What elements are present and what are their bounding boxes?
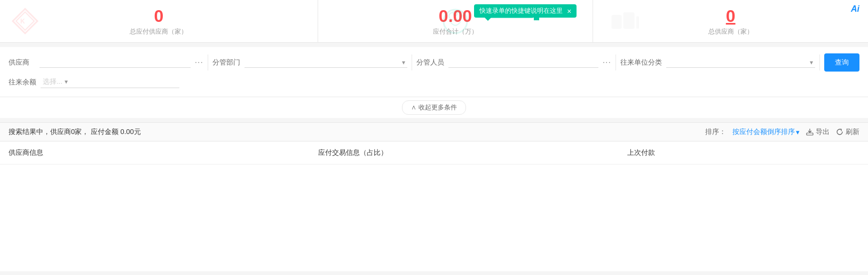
- svg-rect-8: [636, 16, 639, 28]
- top-stats-bar: K 0 总应付供应商（家） 快速录单的快捷键说明在这里 × 0.00 应付合计（…: [0, 0, 868, 43]
- filter-supplier: 供应商 ···: [9, 57, 203, 68]
- filter-area: 供应商 ··· 分管部门 ▾ 分管人员 ··· 往来单: [0, 47, 868, 97]
- col-supplier-header: 供应商信息: [9, 148, 318, 158]
- export-label: 导出: [816, 127, 830, 137]
- payable-suppliers-label: 总应付供应商（家）: [130, 27, 187, 36]
- refresh-label: 刷新: [846, 127, 859, 137]
- collapse-button[interactable]: ∧ 收起更多条件: [402, 100, 465, 115]
- filter-row-1: 供应商 ··· 分管部门 ▾ 分管人员 ··· 往来单: [9, 53, 859, 72]
- divider-3: [616, 54, 616, 70]
- ai-area: Ai: [851, 4, 859, 14]
- result-info: 搜索结果中，供应商0家， 应付金额 0.00元: [9, 127, 141, 137]
- export-icon: [806, 128, 814, 136]
- supplier-label: 供应商: [9, 58, 35, 67]
- balance-placeholder: 选择...: [43, 77, 62, 87]
- person-dots[interactable]: ···: [603, 58, 611, 67]
- unit-arrow: ▾: [810, 59, 813, 66]
- sort-arrow: ▾: [796, 128, 800, 136]
- sort-label: 排序：: [705, 127, 726, 137]
- col-last-payment-header: 上次付款: [627, 148, 859, 158]
- filter-unit: 往来单位分类 ▾: [620, 58, 815, 68]
- result-text: 搜索结果中，供应商0家: [9, 128, 82, 136]
- department-input-wrapper[interactable]: ▾: [244, 58, 407, 68]
- result-amount: 应付金额 0.00元: [91, 128, 141, 136]
- stat-payable-suppliers: K 0 总应付供应商（家）: [0, 0, 318, 42]
- total-suppliers-label: 总供应商（家）: [708, 27, 753, 36]
- sort-select[interactable]: 按应付会额倒序排序 ▾: [732, 127, 800, 137]
- filter-balance: 往来余额 选择... ▾: [9, 76, 179, 88]
- svg-rect-9: [807, 133, 813, 135]
- department-label: 分管部门: [212, 58, 240, 67]
- ai-label[interactable]: Ai: [851, 4, 859, 14]
- svg-rect-6: [612, 15, 621, 28]
- person-label: 分管人员: [416, 58, 444, 67]
- table-body: [0, 164, 868, 271]
- result-actions: 排序： 按应付会额倒序排序 ▾ 导出 刷新: [705, 127, 859, 137]
- supplier-input-wrapper: [40, 57, 191, 68]
- filter-person: 分管人员 ···: [416, 57, 611, 68]
- divider-4: [819, 54, 820, 70]
- refresh-icon: [836, 128, 843, 136]
- unit-input-wrapper[interactable]: ▾: [666, 58, 815, 68]
- svg-text:K: K: [20, 17, 25, 25]
- stat-total-suppliers: 0 总供应商（家） Ai: [593, 0, 868, 42]
- suppliers-icon: [609, 10, 641, 31]
- stat-payable-total: 快速录单的快捷键说明在这里 × 0.00 应付合计（万）: [318, 0, 594, 42]
- filter-department: 分管部门 ▾: [212, 58, 407, 68]
- balance-select-wrapper[interactable]: 选择... ▾: [41, 76, 179, 88]
- supplier-input[interactable]: [42, 58, 188, 66]
- payable-suppliers-number: 0: [154, 6, 163, 26]
- divider-1: [208, 54, 208, 70]
- unit-label: 往来单位分类: [620, 58, 662, 67]
- dot-indicator: [534, 15, 539, 20]
- money-jar-icon: [439, 5, 471, 37]
- collapse-bar: ∧ 收起更多条件: [0, 97, 868, 118]
- person-input[interactable]: [451, 58, 596, 66]
- tooltip-text: 快速录单的快捷键说明在这里: [479, 6, 563, 15]
- filter-row-2: 往来余额 选择... ▾: [9, 76, 859, 88]
- result-bar: 搜索结果中，供应商0家， 应付金额 0.00元 排序： 按应付会额倒序排序 ▾ …: [0, 122, 868, 142]
- export-button[interactable]: 导出: [806, 127, 830, 137]
- person-input-wrapper: [448, 57, 598, 68]
- table-header: 供应商信息 应付交易信息（占比） 上次付款: [0, 142, 868, 164]
- diamond-icon: K: [11, 6, 40, 36]
- query-button[interactable]: 查询: [824, 53, 859, 72]
- sort-value: 按应付会额倒序排序: [732, 127, 795, 137]
- refresh-button[interactable]: 刷新: [836, 127, 859, 137]
- divider-2: [412, 54, 412, 70]
- svg-rect-7: [624, 12, 634, 28]
- supplier-dots[interactable]: ···: [195, 58, 203, 67]
- svg-point-3: [444, 10, 467, 33]
- total-suppliers-number: 0: [726, 6, 736, 26]
- balance-arrow: ▾: [65, 78, 68, 85]
- tooltip-close-btn[interactable]: ×: [567, 7, 571, 15]
- department-arrow: ▾: [402, 59, 405, 66]
- balance-label: 往来余额: [9, 77, 36, 87]
- col-transaction-header: 应付交易信息（占比）: [318, 148, 628, 158]
